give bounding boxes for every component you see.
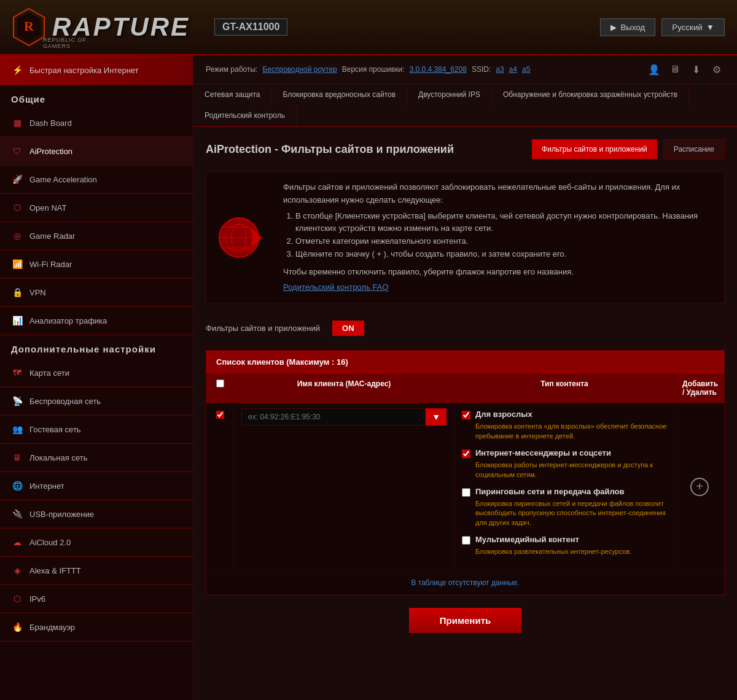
filter-messengers-checkbox[interactable] <box>462 449 470 458</box>
sidebar: ⚡ Быстрая настройка Интернет Общие ▦ Das… <box>0 55 193 700</box>
sidebar-item-network-map[interactable]: 🗺 Карта сети <box>0 359 193 387</box>
page-content: AiProtection - Фильтры сайтов и приложен… <box>193 127 737 645</box>
filter-multimedia-checkbox[interactable] <box>462 536 470 545</box>
lan-icon: 🖥 <box>11 451 23 464</box>
mac-address-input[interactable] <box>241 408 426 426</box>
monitor-icon[interactable]: 🖥 <box>667 61 683 77</box>
mode-value[interactable]: Беспроводной роутер <box>262 65 337 74</box>
filter-toggle-label: Фильтры сайтов и приложений <box>206 324 320 333</box>
sidebar-item-traffic-analyzer[interactable]: 📊 Анализатор трафика <box>0 307 193 335</box>
info-text: Фильтры сайтов и приложений позволяют за… <box>283 181 715 294</box>
sidebar-item-quick-setup[interactable]: ⚡ Быстрая настройка Интернет <box>0 55 193 85</box>
firewall-icon: 🔥 <box>11 621 23 633</box>
user-icon[interactable]: 👤 <box>646 61 662 77</box>
chart-icon: 📊 <box>11 314 23 327</box>
language-button[interactable]: Русский ▼ <box>661 18 725 36</box>
filter-adults-name: Для взрослых <box>475 410 532 419</box>
sidebar-item-wireless[interactable]: 📡 Беспроводная сеть <box>0 387 193 415</box>
filter-messengers: Интернет-мессенджеры и соцсети Блокировк… <box>462 448 667 480</box>
section-general-title: Общие <box>0 85 193 109</box>
shield-icon: 🛡 <box>11 145 23 157</box>
sidebar-item-internet[interactable]: 🌐 Интернет <box>0 472 193 500</box>
sidebar-item-lan[interactable]: 🖥 Локальная сеть <box>0 444 193 472</box>
th-checkbox <box>206 373 234 403</box>
table-row: ▼ Для взрослых Блокировка контента «для … <box>206 403 724 570</box>
wifi-icon: 📶 <box>11 258 23 270</box>
info-section: Фильтры сайтов и приложений позволяют за… <box>206 171 725 303</box>
tab-parental-controls[interactable]: Родительский контроль <box>193 105 297 126</box>
sidebar-item-game-acceleration[interactable]: 🚀 Game Acceleration <box>0 166 193 193</box>
sidebar-item-ipv6[interactable]: ⬡ IPv6 <box>0 585 193 613</box>
firmware-label: Версия прошивки: <box>342 65 405 74</box>
no-data-row: В таблице отсутствуют данные. <box>206 571 724 595</box>
filter-p2p-desc: Блокировка пиринговых сетей и передачи ф… <box>475 499 667 527</box>
td-add-button-cell: + <box>675 403 724 570</box>
exit-button[interactable]: ▶ Выход <box>600 18 655 36</box>
alexa-icon: ◈ <box>11 564 23 577</box>
filter-p2p-checkbox[interactable] <box>462 488 470 497</box>
apply-section: Применить <box>206 608 725 633</box>
sidebar-item-vpn[interactable]: 🔒 VPN <box>0 279 193 306</box>
sidebar-item-open-nat[interactable]: ⬡ Open NAT <box>0 194 193 222</box>
th-add-del: Добавить / Удалить <box>675 373 724 403</box>
apply-button[interactable]: Применить <box>409 608 521 633</box>
wireless-icon: 📡 <box>11 395 23 407</box>
sidebar-item-dashboard[interactable]: ▦ Dash Board <box>0 109 193 137</box>
sidebar-item-alexa[interactable]: ◈ Alexa & IFTTT <box>0 557 193 585</box>
faq-link[interactable]: Родительский контроль FAQ <box>283 282 389 292</box>
filter-multimedia: Мультимедийный контент Блокировка развле… <box>462 535 667 556</box>
sidebar-item-game-radar[interactable]: ◎ Game Radar <box>0 222 193 250</box>
filter-adults: Для взрослых Блокировка контента «для вз… <box>462 410 667 441</box>
page-title-bar: AiProtection - Фильтры сайтов и приложен… <box>206 139 725 159</box>
gear-icon[interactable]: ⚙ <box>709 61 725 77</box>
grid-icon: ▦ <box>11 117 23 129</box>
subtab-schedule[interactable]: Расписание <box>663 139 725 159</box>
tab-network-protection[interactable]: Сетевая защита <box>193 84 272 105</box>
shield-logo-area <box>216 181 271 294</box>
sidebar-item-guest-network[interactable]: 👥 Гостевая сеть <box>0 416 193 443</box>
client-list-header: Список клиентов (Максимум : 16) <box>206 351 724 373</box>
ssid-a3[interactable]: a3 <box>496 65 504 74</box>
vpn-icon: 🔒 <box>11 286 23 298</box>
sidebar-item-wifi-radar[interactable]: 📶 Wi-Fi Radar <box>0 251 193 278</box>
table-body: ▼ Для взрослых Блокировка контента «для … <box>206 403 724 594</box>
no-data-text: В таблице отсутствуют данные. <box>411 578 519 587</box>
select-all-checkbox[interactable] <box>216 379 224 387</box>
add-rule-button[interactable]: + <box>690 478 709 496</box>
sidebar-item-usb[interactable]: 🔌 USB-приложение <box>0 500 193 528</box>
rog-icon: R <box>12 7 46 47</box>
filter-p2p-name: Пиринговые сети и передача файлов <box>475 487 625 496</box>
section-advanced-title: Дополнительные настройки <box>0 335 193 359</box>
ssid-a5[interactable]: a5 <box>522 65 530 74</box>
td-content-filters: Для взрослых Блокировка контента «для вз… <box>454 403 675 570</box>
ssid-a4[interactable]: a4 <box>509 65 517 74</box>
sidebar-item-aiprotection[interactable]: 🛡 AiProtection <box>0 138 193 165</box>
tab-ips[interactable]: Двусторонний IPS <box>407 84 492 105</box>
rocket-icon: 🚀 <box>11 173 23 185</box>
mac-input-wrap: ▼ <box>241 408 446 426</box>
sidebar-item-aicloud[interactable]: ☁ AiCloud 2.0 <box>0 529 193 556</box>
page-title: AiProtection - Фильтры сайтов и приложен… <box>206 143 454 156</box>
row-checkbox[interactable] <box>216 411 224 419</box>
filter-adults-checkbox[interactable] <box>462 411 470 419</box>
guest-icon: 👥 <box>11 423 23 435</box>
chevron-down-icon: ▼ <box>706 23 714 32</box>
filter-multimedia-desc: Блокировка развлекательных интернет-ресу… <box>475 547 667 556</box>
tabs-bar: Сетевая защита Блокировка вредоносных са… <box>193 84 737 127</box>
filter-toggle-button[interactable]: ON <box>332 321 364 336</box>
status-icons: 👤 🖥 ⬇ ⚙ <box>646 61 725 77</box>
republic-text: REPUBLIC OF GAMERS <box>43 37 87 49</box>
subtab-filters[interactable]: Фильтры сайтов и приложений <box>532 139 657 159</box>
firmware-value[interactable]: 3.0.0.4.384_6208 <box>409 65 466 74</box>
quick-setup-icon: ⚡ <box>11 64 23 76</box>
status-bar: Режим работы: Беспроводной роутер Версия… <box>193 55 737 84</box>
sidebar-item-firewall[interactable]: 🔥 Брандмауэр <box>0 613 193 641</box>
tab-malicious-sites[interactable]: Блокировка вредоносных сайтов <box>272 84 408 105</box>
download-icon[interactable]: ⬇ <box>688 61 704 77</box>
internet-icon: 🌐 <box>11 480 23 492</box>
filter-adults-desc: Блокировка контента «для взрослых» обесп… <box>475 422 667 441</box>
mac-dropdown-button[interactable]: ▼ <box>426 408 446 426</box>
map-icon: 🗺 <box>11 367 23 379</box>
tab-infected-devices[interactable]: Обнаружение и блокировка заражённых устр… <box>492 84 689 105</box>
usb-icon: 🔌 <box>11 508 23 520</box>
